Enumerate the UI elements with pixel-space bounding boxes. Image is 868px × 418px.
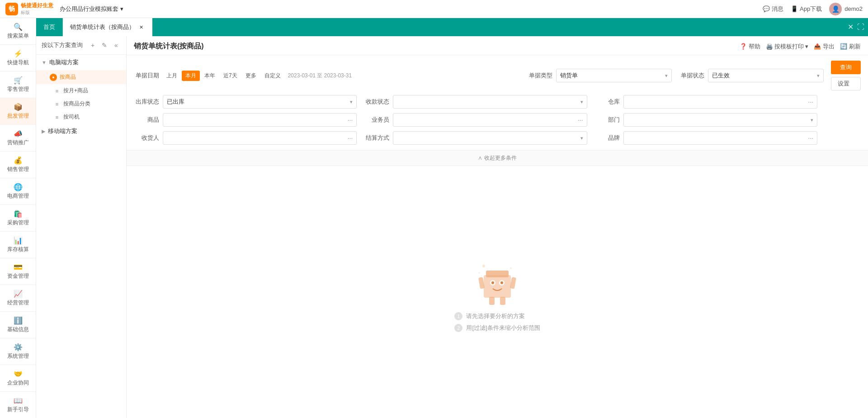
sidebar-item-quick-nav[interactable]: ⚡ 快捷导航 [0, 45, 36, 71]
empty-illustration [470, 252, 524, 307]
filter-actions: 查询 设置 [831, 61, 861, 90]
empty-hints: 1 请先选择要分析的方案 2 用[过滤]条件来缩小分析范围 [454, 312, 540, 332]
logo-area: 畅 畅捷通好生意 标版 [5, 2, 53, 16]
doc-status-select[interactable]: 已生效 ▾ [708, 69, 824, 82]
scheme-group-mobile-header[interactable]: ▶ 移动端方案 [36, 124, 126, 139]
sidebar-item-operations[interactable]: 📈 经营管理 [0, 285, 36, 312]
scheme-item-by-product[interactable]: ● 按商品 [36, 70, 126, 84]
hint-num-1: 1 [454, 312, 462, 320]
settings-button[interactable]: 设置 [831, 77, 861, 90]
left-panel-title: 按以下方案查询 [42, 41, 83, 49]
doc-status-arrow-icon: ▾ [817, 73, 820, 79]
template-print-button[interactable]: 🖨️ 按模板打印 ▾ [766, 43, 808, 51]
export-button[interactable]: 📤 导出 [814, 43, 835, 51]
sidebar-item-search[interactable]: 🔍 搜索菜单 [0, 18, 36, 45]
close-window-button[interactable]: ✕ [848, 24, 854, 31]
warehouse-status-label: 出库状态 [134, 98, 159, 106]
warehouse-label: 仓库 [594, 98, 620, 106]
phone-icon: 📱 [791, 5, 798, 12]
department-select[interactable]: ▾ [623, 113, 817, 127]
filter-warehouse-status: 出库状态 已出库 ▾ [134, 95, 357, 109]
left-panel: 按以下方案查询 + ✎ « ▼ 电脑端方案 ● [36, 36, 127, 418]
query-button[interactable]: 查询 [831, 61, 861, 74]
date-tab-last-month[interactable]: 上月 [163, 71, 181, 81]
sidebar-item-wholesale[interactable]: 📦 批发管理 [0, 98, 36, 125]
product-input[interactable]: ··· [163, 113, 357, 127]
username-label: demo2 [844, 5, 863, 12]
industry-select[interactable]: 办公用品行业模拟账套 ▾ [57, 4, 126, 14]
doc-status-label: 单据状态 [679, 71, 704, 80]
scheme-group-pc: ▼ 电脑端方案 ● 按商品 ≡ 按月+商品 ≡ [36, 55, 126, 124]
header-left: 畅 畅捷通好生意 标版 办公用品行业模拟账套 ▾ [5, 2, 126, 16]
inner-page: 按以下方案查询 + ✎ « ▼ 电脑端方案 ● [36, 36, 868, 418]
date-tab-more[interactable]: 更多 [242, 71, 260, 81]
tab-close-button[interactable]: ✕ [137, 24, 145, 31]
warehouse-status-select[interactable]: 已出库 ▾ [163, 95, 357, 109]
refresh-button[interactable]: 🔄 刷新 [840, 43, 861, 51]
svg-rect-1 [486, 271, 509, 277]
doc-type-select[interactable]: 销货单 ▾ [556, 69, 672, 82]
svg-point-12 [478, 272, 480, 274]
salesperson-dots-icon: ··· [578, 116, 583, 124]
scheme-item-by-month-product[interactable]: ≡ 按月+商品 [36, 84, 126, 97]
dropdown-icon: ▾ [120, 5, 123, 12]
date-filter-label: 单据日期 [134, 71, 159, 80]
maximize-window-button[interactable]: ⛶ [857, 24, 864, 31]
help-button[interactable]: ❓ 帮助 [740, 43, 760, 51]
page-title: 销货单统计表(按商品) [134, 42, 204, 51]
sidebar-item-sales[interactable]: 💰 销售管理 [0, 152, 36, 178]
settlement-select[interactable]: ▾ [393, 131, 587, 145]
app-download-button[interactable]: 📱 App下载 [791, 5, 822, 13]
hint-num-2: 2 [454, 324, 462, 332]
sidebar-item-ecom[interactable]: 🌐 电商管理 [0, 178, 36, 205]
scheme-group-pc-header[interactable]: ▼ 电脑端方案 [36, 55, 126, 70]
edit-scheme-button[interactable]: ✎ [100, 41, 109, 50]
user-profile[interactable]: 👤 demo2 [829, 3, 863, 15]
svg-point-11 [510, 267, 512, 269]
date-tab-this-year[interactable]: 本年 [201, 71, 219, 81]
sidebar-item-retail[interactable]: 🛒 零售管理 [0, 71, 36, 98]
sidebar-item-finance[interactable]: 💳 资金管理 [0, 258, 36, 285]
date-tab-custom[interactable]: 自定义 [261, 71, 284, 81]
empty-hint-2: 2 用[过滤]条件来缩小分析范围 [454, 324, 540, 332]
sidebar-item-purchase[interactable]: 🛍️ 采购管理 [0, 205, 36, 232]
collapse-filter-button[interactable]: ∧ 收起更多条件 [127, 151, 868, 166]
collapse-panel-button[interactable]: « [112, 41, 121, 50]
tab-sales-stats[interactable]: 销货单统计表（按商品） ✕ [63, 18, 152, 36]
sidebar-item-system[interactable]: ⚙️ 系统管理 [0, 338, 36, 365]
left-panel-header: 按以下方案查询 + ✎ « [36, 36, 126, 55]
add-scheme-button[interactable]: + [88, 41, 97, 50]
page-title-bar: 销货单统计表(按商品) ❓ 帮助 🖨️ 按模板打印 ▾ [127, 36, 868, 55]
recipient-dots-icon: ··· [348, 134, 353, 142]
print-icon: 🖨️ [766, 43, 773, 50]
brand-input[interactable]: ··· [623, 131, 817, 145]
date-filter-control: 上月 本月 本年 [163, 71, 520, 81]
svg-point-10 [482, 265, 485, 267]
warehouse-input[interactable]: ··· [623, 95, 817, 109]
salesperson-input[interactable]: ··· [393, 113, 587, 127]
page-content: 按以下方案查询 + ✎ « ▼ 电脑端方案 ● [36, 36, 868, 418]
scheme-item-by-machine[interactable]: ≡ 按司机 [36, 110, 126, 124]
date-tab-last-7-days[interactable]: 近7天 [220, 71, 241, 81]
hint-text-2: 用[过滤]条件来缩小分析范围 [466, 324, 540, 332]
date-tab-this-month[interactable]: 本月 [182, 71, 200, 81]
svg-rect-9 [500, 297, 505, 305]
collection-status-select[interactable]: ▾ [393, 95, 587, 109]
dropdown-arrow-icon: ▾ [805, 43, 808, 50]
window-controls: ✕ ⛶ [848, 24, 868, 31]
filter-date: 单据日期 上月 本月 [134, 71, 520, 81]
tab-home[interactable]: 首页 [36, 18, 63, 36]
sidebar-item-marketing[interactable]: 📣 营销推广 [0, 125, 36, 152]
filter-brand: 品牌 ··· [594, 131, 817, 145]
department-label: 部门 [594, 116, 620, 124]
sub-scheme-icon-1: ≡ [53, 87, 61, 95]
scheme-item-by-category[interactable]: ≡ 按商品分类 [36, 97, 126, 110]
recipient-input[interactable]: ··· [163, 131, 357, 145]
svg-point-3 [491, 281, 494, 284]
sidebar-item-inventory[interactable]: 📊 库存核算 [0, 232, 36, 258]
filter-department: 部门 ▾ [594, 113, 817, 127]
sidebar-item-guide[interactable]: 📖 新手引导 [0, 392, 36, 418]
sidebar-item-basic-info[interactable]: ℹ️ 基础信息 [0, 312, 36, 338]
sidebar-item-enterprise-collab[interactable]: 🤝 企业协同 [0, 365, 36, 392]
message-button[interactable]: 💬 消息 [763, 5, 783, 13]
